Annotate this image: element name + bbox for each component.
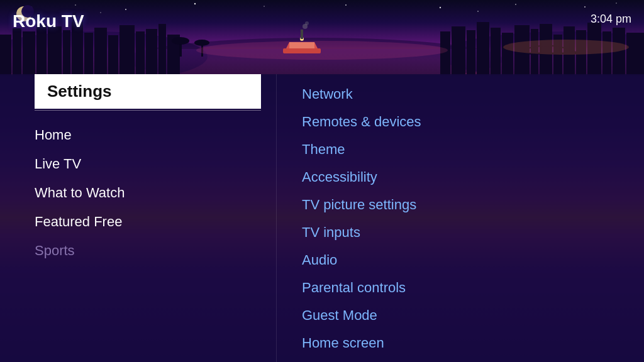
right-menu-audio[interactable]: Audio (302, 246, 644, 274)
content-area: Settings Home Live TV What to Watch Feat… (0, 74, 644, 362)
right-menu-parental[interactable]: Parental controls (302, 274, 644, 302)
right-menu-remotes[interactable]: Remotes & devices (302, 108, 644, 136)
time-display: 3:04 pm (591, 13, 631, 26)
right-menu-tv-picture[interactable]: TV picture settings (302, 191, 644, 219)
left-menu-live-tv[interactable]: Live TV (35, 150, 276, 178)
logo-text: Roku TV (13, 11, 84, 31)
right-menu-payment[interactable]: Payment method (302, 357, 644, 362)
left-panel: Settings Home Live TV What to Watch Feat… (0, 74, 277, 362)
left-menu-featured-free[interactable]: Featured Free (35, 207, 276, 236)
roku-logo: Roku TV (13, 11, 84, 31)
right-menu-guest[interactable]: Guest Mode (302, 302, 644, 329)
left-menu-home[interactable]: Home (35, 121, 276, 150)
right-menu-theme[interactable]: Theme (302, 136, 644, 163)
left-menu-sports[interactable]: Sports (35, 236, 276, 265)
right-menu-home-screen[interactable]: Home screen (302, 329, 644, 357)
right-panel: Network Remotes & devices Theme Accessib… (277, 74, 644, 362)
header: Roku TV 3:04 pm (0, 0, 644, 75)
divider (35, 110, 261, 111)
right-menu-network[interactable]: Network (302, 80, 644, 108)
right-menu-accessibility[interactable]: Accessibility (302, 163, 644, 191)
right-menu-tv-inputs[interactable]: TV inputs (302, 219, 644, 246)
settings-title: Settings (35, 74, 261, 109)
left-menu-what-to-watch[interactable]: What to Watch (35, 178, 276, 207)
